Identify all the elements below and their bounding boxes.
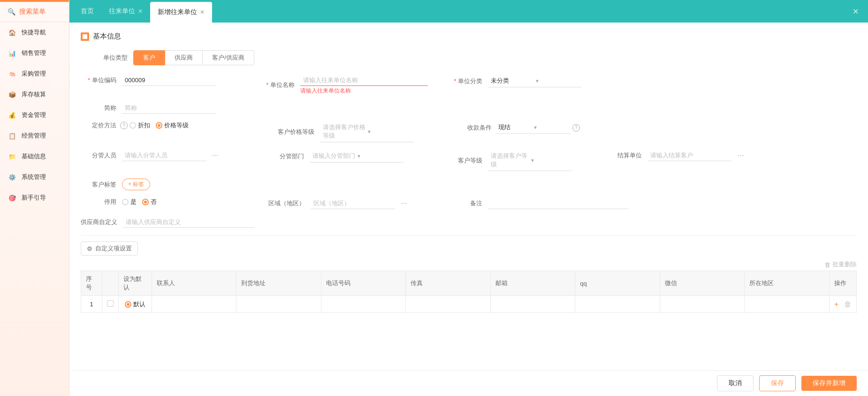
unit-type-label: 单位类型 [81, 54, 128, 62]
sidebar-item-finance[interactable]: 💰 资金管理 [0, 105, 69, 125]
supplier-custom-input[interactable] [123, 217, 254, 228]
settlement-input[interactable] [647, 150, 732, 161]
type-btn-customer[interactable]: 客户 [133, 50, 165, 65]
cancel-button[interactable]: 取消 [717, 375, 754, 391]
tab-new-partner[interactable]: 新增往来单位 ✕ [150, 2, 212, 23]
custom-setting-button[interactable]: ⚙ 自定义项设置 [81, 241, 138, 256]
sidebar-item-business[interactable]: 📋 经营管理 [0, 125, 69, 146]
remark-input[interactable] [488, 198, 629, 209]
pricing-discount-option[interactable]: 折扣 [129, 121, 150, 130]
field-unit-name: 单位名称 请输入往来单位名称 [259, 75, 428, 95]
form-row-7: 供应商自定义 [81, 217, 857, 228]
sidebar-label-guide: 新手引导 [22, 194, 46, 202]
payment-help-icon[interactable]: ? [572, 124, 580, 132]
form-row-5: 客户标签 + 标签 [81, 179, 857, 190]
th-no: 序号 [81, 271, 102, 296]
pricing-level-option[interactable]: 价格等级 [156, 121, 189, 130]
section-header: 基本信息 [81, 32, 857, 41]
field-pricing-method: 定价方法 ? 折扣 价格等级 [81, 121, 259, 130]
manager-input[interactable] [122, 150, 206, 161]
tab-home[interactable]: 首页 [73, 2, 101, 21]
cell-contact [152, 296, 236, 313]
settlement-more-btn[interactable]: ··· [736, 151, 746, 160]
pricing-level-label: 价格等级 [164, 121, 189, 130]
form-row-6: 停用 是 否 区域（地区） ··· [81, 198, 857, 209]
manager-more-btn[interactable]: ··· [210, 151, 220, 160]
sidebar-item-sales[interactable]: 📊 销售管理 [0, 43, 69, 63]
department-placeholder: 请输入分管部门 [312, 152, 357, 160]
sidebar-item-purchase[interactable]: 🛍 采购管理 [0, 63, 69, 84]
sidebar-item-basics[interactable]: 📁 基础信息 [0, 146, 69, 167]
field-payment-terms: 收款条件 现结 ▼ ? [456, 121, 625, 134]
disabled-yes-label: 是 [130, 198, 137, 206]
cell-checkbox [102, 296, 119, 313]
sidebar-item-guide[interactable]: 🎯 新手引导 [0, 187, 69, 208]
th-qq: qq [575, 271, 660, 296]
cell-address [236, 296, 321, 313]
unit-name-input[interactable] [300, 75, 428, 86]
disabled-no-option[interactable]: 否 [142, 198, 157, 206]
row-checkbox[interactable] [107, 300, 114, 307]
phone-input[interactable] [326, 299, 401, 310]
th-fax: 传真 [406, 271, 491, 296]
tab-partner[interactable]: 往来单位 ✕ [101, 2, 150, 21]
chevron-down-icon-3: ▼ [533, 125, 568, 130]
cell-actions: + 🗑 [829, 296, 856, 313]
box-icon: 📦 [8, 90, 17, 99]
field-unit-code: 单位编码 [81, 75, 240, 86]
type-btn-supplier[interactable]: 供应商 [165, 50, 203, 65]
th-default: 设为默认 [119, 271, 152, 296]
row-delete-btn[interactable]: 🗑 [844, 300, 852, 308]
fax-input[interactable] [411, 299, 486, 310]
disabled-no-label: 否 [151, 198, 157, 206]
add-tag-button[interactable]: + 标签 [122, 179, 150, 190]
default-radio[interactable] [125, 301, 131, 308]
pricing-discount-radio[interactable] [129, 122, 136, 129]
chevron-down-icon-2: ▼ [367, 129, 411, 134]
sidebar-search[interactable]: 🔍 搜索菜单 [0, 2, 69, 22]
payment-terms-select[interactable]: 现结 ▼ [495, 121, 571, 134]
save-button[interactable]: 保存 [759, 375, 796, 391]
customer-price-select[interactable]: 请选择客户价格等级 ▼ [320, 121, 414, 142]
disabled-yes-radio[interactable] [122, 199, 129, 205]
cell-fax [406, 296, 491, 313]
qq-input[interactable] [580, 299, 655, 310]
region-tbl-input[interactable] [749, 299, 824, 310]
pricing-level-radio[interactable] [156, 122, 162, 129]
short-name-input[interactable] [122, 102, 216, 114]
customer-price-placeholder: 请选择客户价格等级 [323, 123, 367, 140]
address-input[interactable] [241, 299, 316, 310]
department-select[interactable]: 请输入分管部门 ▼ [310, 150, 404, 163]
email-input[interactable] [495, 299, 571, 310]
field-department: 分管部门 请输入分管部门 ▼ [268, 150, 428, 163]
row-add-btn[interactable]: + [834, 300, 838, 308]
th-contact: 联系人 [152, 271, 236, 296]
type-btn-both[interactable]: 客户/供应商 [203, 50, 254, 65]
contact-input[interactable] [157, 299, 232, 310]
tab-new-partner-close[interactable]: ✕ [200, 9, 205, 15]
region-more-btn[interactable]: ··· [399, 199, 409, 208]
customer-level-select[interactable]: 请选择客户等级 ▼ [488, 150, 572, 171]
field-customer-level: 客户等级 请选择客户等级 ▼ [447, 150, 587, 171]
wechat-input[interactable] [665, 299, 740, 310]
sidebar-item-inventory[interactable]: 📦 库存核算 [0, 84, 69, 105]
disabled-no-radio[interactable] [142, 199, 149, 205]
unit-category-select[interactable]: 未分类 ▼ [488, 75, 582, 87]
search-icon: 🔍 [8, 8, 15, 16]
cell-default: 默认 [119, 296, 152, 313]
default-radio-item[interactable]: 默认 [123, 300, 146, 309]
region-input[interactable] [311, 198, 395, 209]
home-icon: 🏠 [8, 28, 17, 37]
sidebar-item-quick-nav[interactable]: 🏠 快捷导航 [0, 22, 69, 43]
batch-delete-btn[interactable]: 🗑 批量删除 [81, 260, 857, 269]
pricing-help-icon[interactable]: ? [120, 122, 128, 129]
unit-code-input[interactable] [122, 75, 216, 86]
tab-partner-close[interactable]: ✕ [138, 8, 143, 14]
coin-icon: 💰 [8, 110, 17, 120]
payment-terms-value: 现结 [498, 123, 533, 132]
disabled-yes-option[interactable]: 是 [122, 198, 137, 206]
save-new-button[interactable]: 保存并新增 [801, 376, 857, 391]
payment-terms-label: 收款条件 [456, 124, 494, 132]
tab-close-all[interactable]: ✕ [847, 7, 864, 16]
sidebar-item-system[interactable]: ⚙️ 系统管理 [0, 167, 69, 187]
